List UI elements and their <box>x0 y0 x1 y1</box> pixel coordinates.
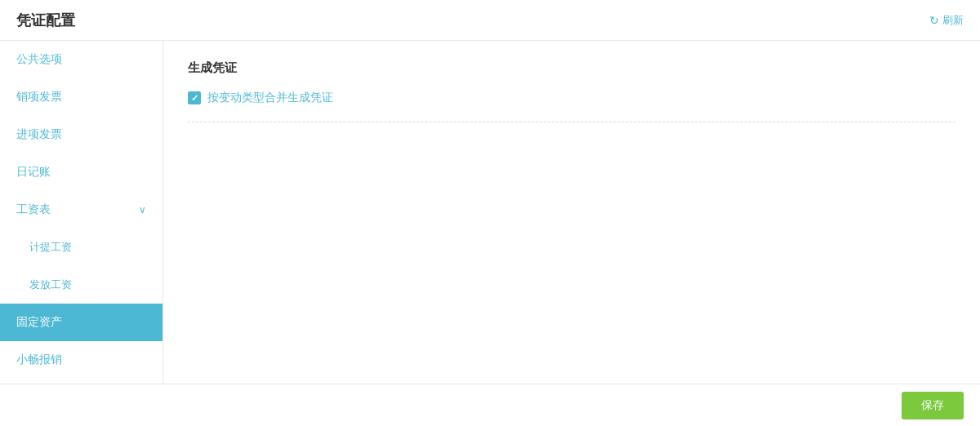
sidebar-label-payroll: 工资表 <box>16 202 51 217</box>
sidebar-item-expense-report[interactable]: 小畅报销 <box>0 341 163 379</box>
sidebar-item-fixed-assets[interactable]: 固定资产 <box>0 304 163 341</box>
sidebar-item-journal[interactable]: 日记账 <box>0 153 163 191</box>
footer: 保存 <box>0 384 980 426</box>
sidebar-label-public-options: 公共选项 <box>16 52 62 67</box>
merge-by-type-label: 按变动类型合并生成凭证 <box>207 91 333 105</box>
sidebar-label-fixed-assets: 固定资产 <box>16 315 62 330</box>
checkbox-row: 按变动类型合并生成凭证 <box>188 91 956 105</box>
page-title: 凭证配置 <box>16 11 75 30</box>
sidebar-item-purchase-invoice[interactable]: 进项发票 <box>0 116 163 153</box>
section-divider <box>188 122 956 122</box>
sidebar-label-expense-report: 小畅报销 <box>16 353 62 367</box>
sidebar-item-sales-invoice[interactable]: 销项发票 <box>0 78 163 116</box>
sidebar: 公共选项 销项发票 进项发票 日记账 工资表 ∨ 计提工资 发放工资 固定资 <box>0 41 163 384</box>
header: 凭证配置 ↻ 刷新 <box>0 0 980 41</box>
section-title: 生成凭证 <box>188 60 956 76</box>
sidebar-item-payroll-provision[interactable]: 计提工资 <box>0 229 163 266</box>
sidebar-label-payroll-distribution: 发放工资 <box>29 277 72 292</box>
merge-by-type-checkbox[interactable] <box>188 91 201 104</box>
sidebar-item-public-options[interactable]: 公共选项 <box>0 41 163 78</box>
sidebar-label-purchase-invoice: 进项发票 <box>16 127 62 142</box>
sidebar-item-payroll[interactable]: 工资表 ∨ <box>0 191 163 229</box>
main-content: 生成凭证 按变动类型合并生成凭证 <box>163 41 980 384</box>
sidebar-label-payroll-provision: 计提工资 <box>29 240 72 255</box>
sidebar-label-sales-invoice: 销项发票 <box>16 90 62 104</box>
content-area: 公共选项 销项发票 进项发票 日记账 工资表 ∨ 计提工资 发放工资 固定资 <box>0 41 980 384</box>
refresh-icon: ↻ <box>929 14 939 27</box>
chevron-down-icon: ∨ <box>139 204 146 215</box>
sidebar-label-journal: 日记账 <box>16 165 51 180</box>
refresh-label: 刷新 <box>942 13 964 28</box>
save-button[interactable]: 保存 <box>902 392 964 419</box>
refresh-button[interactable]: ↻ 刷新 <box>929 13 964 28</box>
sidebar-item-payroll-distribution[interactable]: 发放工资 <box>0 266 163 304</box>
page-container: 凭证配置 ↻ 刷新 公共选项 销项发票 进项发票 日记账 工资表 ∨ <box>0 0 980 426</box>
